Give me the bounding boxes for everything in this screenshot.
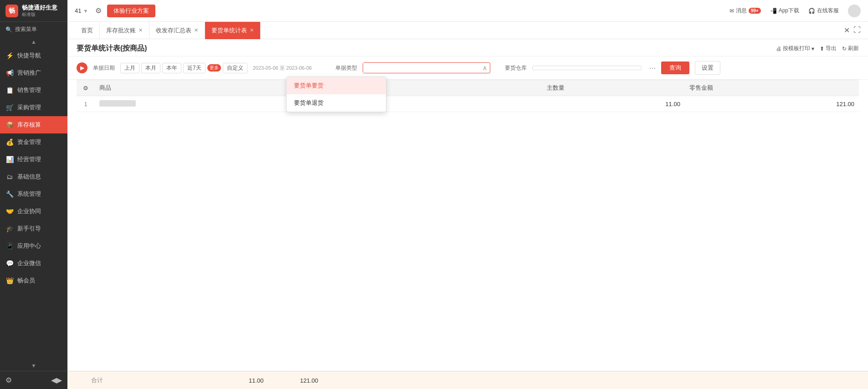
sidebar-item-label: 企业协同 — [17, 207, 41, 215]
sidebar-scroll-down[interactable]: ▼ — [0, 361, 67, 371]
col-settings[interactable]: ⚙ — [77, 80, 95, 96]
store-chevron-icon: ▼ — [83, 8, 88, 14]
refresh-label: 刷新 — [848, 45, 859, 52]
table-header: ⚙ 商品 主计量单位 主数量 零售金额 — [77, 80, 859, 96]
page-actions: 🖨 按模板打印 ▾ ⬆ 导出 ↻ 刷新 — [776, 45, 859, 52]
print-icon: 🖨 — [776, 46, 781, 52]
search-menu[interactable]: 🔍 搜索菜单 — [0, 22, 67, 37]
sidebar-item-system[interactable]: 🔧 系统管理 — [0, 185, 67, 203]
messages-btn[interactable]: ✉ 消息 99+ — [729, 7, 761, 15]
trial-btn[interactable]: 体验行业方案 — [107, 5, 155, 17]
print-chevron-icon: ▾ — [812, 46, 814, 52]
content-area: 要货单统计表(按商品) 🖨 按模板打印 ▾ ⬆ 导出 ↻ 刷新 — [67, 39, 868, 389]
print-label: 按模板打印 — [783, 45, 810, 52]
date-more-badge[interactable]: 更多 — [207, 64, 221, 72]
online-service-btn[interactable]: 🎧 在线客服 — [808, 7, 839, 15]
collapse-sidebar-btn[interactable]: ◀▶ — [51, 376, 62, 384]
store-selector[interactable]: 41 ▼ — [75, 7, 88, 14]
tab-inventory-batch[interactable]: 库存批次账 ✕ — [100, 22, 149, 39]
date-btn-this-year[interactable]: 本年 — [162, 63, 181, 73]
refresh-icon: ↻ — [842, 46, 847, 52]
logo-text: 畅捷通好生意 标准版 — [22, 4, 57, 18]
sidebar-item-label: 基础信息 — [17, 173, 41, 181]
topbar-settings-icon[interactable]: ⚙ — [95, 6, 102, 15]
settings-btn[interactable]: 设置 — [695, 61, 720, 75]
tab-close-all[interactable]: ✕ — [844, 26, 850, 35]
settings-footer-btn[interactable]: ⚙ — [5, 376, 12, 384]
tab-inventory-batch-close[interactable]: ✕ — [139, 27, 143, 33]
sidebar-item-basic[interactable]: 🗂 基础信息 — [0, 168, 67, 185]
sidebar-item-app[interactable]: 📱 应用中心 — [0, 237, 67, 255]
table-footer: 合计 11.00 121.00 — [67, 371, 868, 389]
date-btn-custom[interactable]: 自定义 — [223, 63, 247, 73]
wechat-icon: 💬 — [5, 260, 14, 267]
warehouse-filter-input[interactable] — [532, 66, 642, 70]
tab-expand[interactable]: ⛶ — [853, 26, 861, 35]
type-filter-clear[interactable]: ∧ — [480, 64, 490, 72]
sidebar-item-finance[interactable]: 💰 资金管理 — [0, 133, 67, 151]
tab-receivable-close[interactable]: ✕ — [194, 27, 198, 33]
dropdown-item-label: 要货单要货 — [294, 82, 324, 89]
filter-expand-btn[interactable]: ▶ — [77, 62, 87, 73]
data-table: ⚙ 商品 主计量单位 主数量 零售金额 1 — [77, 80, 859, 112]
dropdown-item-order-goods[interactable]: 要货单要货 — [287, 77, 386, 94]
sidebar-item-label: 企业微信 — [17, 259, 41, 267]
table-row: 1 块 11.00 121.00 — [77, 96, 859, 112]
cell-quantity: 11.00 — [542, 96, 685, 112]
sidebar-item-quick-nav[interactable]: ⚡ 快捷导航 — [0, 47, 67, 64]
message-icon: ✉ — [729, 8, 734, 14]
date-btn-7days[interactable]: 近7天 — [183, 63, 205, 73]
sidebar: 畅 畅捷通好生意 标准版 🔍 搜索菜单 ▲ ⚡ 快捷导航 📢 营销推广 📋 销售… — [0, 0, 67, 389]
date-range-buttons: 上月 本月 本年 近7天 更多 自定义 — [120, 63, 247, 73]
filter-more-icon[interactable]: ··· — [649, 63, 656, 73]
sidebar-item-guide[interactable]: 🎓 新手引导 — [0, 220, 67, 237]
tabs-controls: ✕ ⛶ — [844, 26, 861, 35]
app-icon: 📱 — [5, 242, 14, 250]
sidebar-item-label: 新手引导 — [17, 225, 41, 233]
sidebar-item-member[interactable]: 👑 畅会员 — [0, 272, 67, 289]
app-download-btn[interactable]: 📲 App下载 — [770, 7, 799, 15]
sidebar-item-inventory[interactable]: 📦 库存核算 — [0, 116, 67, 133]
page-header: 要货单统计表(按商品) 🖨 按模板打印 ▾ ⬆ 导出 ↻ 刷新 — [67, 39, 868, 56]
marketing-icon: 📢 — [5, 69, 14, 77]
sidebar-item-purchase[interactable]: 🛒 采购管理 — [0, 99, 67, 116]
warehouse-filter-label: 要货仓库 — [505, 64, 527, 72]
print-btn[interactable]: 🖨 按模板打印 ▾ — [776, 45, 814, 52]
sidebar-item-label: 经营管理 — [17, 155, 41, 164]
date-btn-last-month[interactable]: 上月 — [120, 63, 139, 73]
sidebar-item-label: 畅会员 — [17, 276, 35, 285]
sidebar-footer: ⚙ ◀▶ — [0, 371, 67, 389]
store-name: 41 — [75, 7, 81, 14]
sidebar-item-label: 销售管理 — [17, 86, 41, 94]
sidebar-scroll-up[interactable]: ▲ — [0, 37, 67, 47]
tab-receivable-summary-label: 收发存汇总表 — [156, 26, 191, 35]
sidebar-item-operations[interactable]: 📊 经营管理 — [0, 151, 67, 168]
tab-order-stats[interactable]: 要货单统计表 ✕ — [205, 22, 261, 39]
topbar: 41 ▼ ⚙ 体验行业方案 ✉ 消息 99+ 📲 App下载 🎧 在线客服 — [67, 0, 868, 22]
col-amount: 零售金额 — [685, 80, 859, 96]
type-filter-input[interactable] — [363, 63, 480, 73]
dropdown-item-order-return[interactable]: 要货单退货 — [287, 94, 386, 112]
tab-home-label: 首页 — [81, 26, 93, 35]
sidebar-item-wechat[interactable]: 💬 企业微信 — [0, 255, 67, 272]
refresh-btn[interactable]: ↻ 刷新 — [842, 45, 859, 52]
sidebar-item-label: 营销推广 — [17, 69, 41, 77]
sidebar-item-corp[interactable]: 🤝 企业协同 — [0, 203, 67, 220]
download-icon: 📲 — [770, 8, 777, 14]
search-icon: 🔍 — [5, 26, 12, 33]
query-btn[interactable]: 查询 — [661, 61, 689, 74]
filter-bar: ▶ 单据日期 上月 本月 本年 近7天 更多 自定义 2023-05-06 至 … — [67, 56, 868, 80]
sidebar-item-sales[interactable]: 📋 销售管理 — [0, 82, 67, 99]
tab-receivable-summary[interactable]: 收发存汇总表 ✕ — [149, 22, 205, 39]
table-body: 1 块 11.00 121.00 — [77, 96, 859, 112]
user-avatar[interactable] — [848, 5, 861, 17]
sidebar-item-marketing[interactable]: 📢 营销推广 — [0, 64, 67, 82]
date-filter-label: 单据日期 — [93, 64, 115, 72]
sidebar-item-label: 采购管理 — [17, 103, 41, 112]
tab-order-stats-close[interactable]: ✕ — [250, 27, 254, 33]
date-to: 2023-06-06 — [286, 65, 312, 71]
export-btn[interactable]: ⬆ 导出 — [820, 45, 837, 52]
basic-icon: 🗂 — [5, 173, 14, 180]
date-btn-this-month[interactable]: 本月 — [141, 63, 160, 73]
tab-home[interactable]: 首页 — [75, 22, 100, 39]
